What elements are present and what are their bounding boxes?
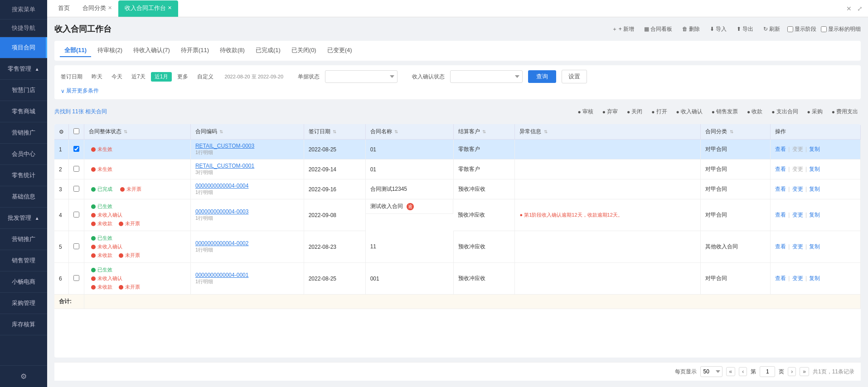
- page-number-input[interactable]: [760, 366, 775, 377]
- gear-icon[interactable]: ⚙: [59, 129, 64, 135]
- export-button[interactable]: ⬆ 导出: [734, 24, 756, 34]
- sidebar-item-wholesale[interactable]: 批发管理 ▲: [0, 208, 47, 229]
- contract-code-link[interactable]: 0000000000004-0002: [195, 240, 248, 247]
- sidebar-item-inventory[interactable]: 库存核算: [0, 314, 47, 335]
- filter-tab-pending-review[interactable]: 待审核(2): [93, 44, 127, 57]
- close-tab-income-contract[interactable]: ✕: [168, 5, 172, 11]
- delete-button[interactable]: 🗑 删除: [679, 24, 703, 34]
- col-category-header[interactable]: 合同分类 ⇅: [701, 124, 771, 140]
- contract-code-link[interactable]: RETAIL_CUSTOM-0003: [195, 143, 254, 149]
- first-page-btn[interactable]: «: [726, 367, 736, 376]
- sidebar-item-smart-store[interactable]: 智慧门店: [0, 80, 47, 101]
- sort-icon[interactable]: ⇅: [730, 129, 733, 134]
- sidebar-item-retail-mall[interactable]: 零售商城: [0, 101, 47, 122]
- output-contract-action-btn[interactable]: ● 支出合同: [769, 106, 800, 117]
- date-btn-today[interactable]: 今天: [108, 72, 126, 82]
- op-copy[interactable]: 复制: [809, 186, 820, 192]
- filter-tab-pending-payment[interactable]: 待收款(8): [215, 44, 249, 57]
- op-view[interactable]: 查看: [775, 212, 786, 218]
- row-checkbox[interactable]: [69, 140, 84, 160]
- op-view[interactable]: 查看: [775, 243, 786, 250]
- sidebar-quick-nav[interactable]: 快捷导航: [0, 19, 47, 37]
- refresh-button[interactable]: ↻ 刷新: [761, 24, 783, 34]
- row-checkbox[interactable]: [69, 179, 84, 199]
- sidebar-search[interactable]: 搜索菜单: [0, 0, 47, 19]
- income-confirm-select[interactable]: [450, 70, 523, 83]
- sidebar-item-purchase[interactable]: 采购管理: [0, 293, 47, 314]
- sidebar-item-base-info[interactable]: 基础信息: [0, 186, 47, 208]
- close-action-btn[interactable]: ● 关闭: [624, 106, 645, 117]
- income-confirm-action-btn[interactable]: ● 收入确认: [674, 106, 705, 117]
- date-btn-yesterday[interactable]: 昨天: [88, 72, 106, 82]
- col-code-header[interactable]: 合同编码 ⇅: [190, 124, 304, 140]
- expense-output-action-btn[interactable]: ● 费用支出: [829, 106, 861, 117]
- settings-button[interactable]: 设置: [562, 70, 587, 83]
- sidebar-item-project[interactable]: 项目合同: [0, 37, 47, 58]
- purchase-action-btn[interactable]: ● 采购: [805, 106, 825, 117]
- row-checkbox[interactable]: [69, 160, 84, 179]
- expand-more-btn[interactable]: ∨ 展开更多条件: [61, 87, 99, 95]
- close-tab-contract-cat[interactable]: ✕: [108, 5, 112, 11]
- prev-page-btn[interactable]: ‹: [739, 367, 747, 376]
- op-copy[interactable]: 复制: [809, 146, 820, 152]
- filter-tab-completed[interactable]: 已完成(1): [251, 44, 285, 57]
- row-checkbox[interactable]: [69, 263, 84, 295]
- print-action-btn[interactable]: ● 打开: [649, 106, 669, 117]
- sort-icon[interactable]: ⇅: [219, 129, 223, 134]
- filter-tab-changed[interactable]: 已变更(4): [323, 44, 357, 57]
- sort-icon[interactable]: ⇅: [333, 129, 336, 134]
- op-change[interactable]: 变更: [792, 212, 803, 218]
- op-copy[interactable]: 复制: [809, 166, 820, 172]
- abandon-action-btn[interactable]: ● 弃审: [600, 106, 621, 117]
- op-view[interactable]: 查看: [775, 186, 786, 192]
- op-change[interactable]: 变更: [792, 243, 803, 250]
- sort-icon[interactable]: ⇅: [482, 129, 486, 134]
- show-details-checkbox[interactable]: 显示标的明细: [821, 25, 861, 33]
- sidebar-item-sales-mgmt[interactable]: 销售管理: [0, 250, 47, 271]
- sort-icon[interactable]: ⇅: [124, 129, 127, 134]
- date-btn-1month[interactable]: 近1月: [151, 72, 172, 82]
- import-button[interactable]: ⬇ 导入: [707, 24, 729, 34]
- contract-code-link[interactable]: RETAIL_CUSTOM-0001: [195, 163, 254, 169]
- contract-board-button[interactable]: ▦ 合同看板: [641, 24, 675, 34]
- op-change[interactable]: 变更: [792, 186, 803, 192]
- col-date-header[interactable]: 签订日期 ⇅: [304, 124, 365, 140]
- col-name-header[interactable]: 合同名称 ⇅: [365, 124, 453, 140]
- next-page-btn[interactable]: ›: [788, 367, 796, 376]
- filter-tab-all[interactable]: 全部(11): [60, 44, 91, 57]
- tab-home[interactable]: 首页: [52, 0, 76, 17]
- sales-invoice-action-btn[interactable]: ● 销售发票: [709, 106, 741, 117]
- sidebar-item-marketing2[interactable]: 营销推广: [0, 229, 47, 250]
- date-btn-7days[interactable]: 近7天: [128, 72, 149, 82]
- tab-income-contract[interactable]: 收入合同工作台 ✕: [118, 0, 178, 17]
- op-change[interactable]: 变更: [792, 275, 803, 281]
- op-copy[interactable]: 复制: [809, 212, 820, 218]
- filter-tab-closed[interactable]: 已关闭(0): [287, 44, 321, 57]
- date-btn-more[interactable]: 更多: [174, 72, 192, 82]
- last-page-btn[interactable]: »: [800, 367, 809, 376]
- op-view[interactable]: 查看: [775, 275, 786, 281]
- review-action-btn[interactable]: ● 审核: [575, 106, 596, 117]
- show-stages-checkbox[interactable]: 显示阶段: [787, 25, 816, 33]
- filter-tab-pending-confirm[interactable]: 待收入确认(7): [129, 44, 175, 57]
- op-copy[interactable]: 复制: [809, 275, 820, 281]
- col-checkbox-header[interactable]: [69, 124, 84, 140]
- window-close-btn[interactable]: ✕: [845, 5, 853, 12]
- page-size-select[interactable]: 50 10 20 100: [700, 366, 723, 377]
- window-maximize-btn[interactable]: ⤢: [856, 5, 863, 12]
- row-checkbox[interactable]: [69, 231, 84, 263]
- sort-icon[interactable]: ⇅: [394, 129, 398, 134]
- sidebar-item-retail-stat[interactable]: 零售统计: [0, 165, 47, 186]
- op-view[interactable]: 查看: [775, 146, 786, 152]
- date-btn-custom[interactable]: 自定义: [194, 72, 217, 82]
- doc-status-select[interactable]: [325, 70, 398, 83]
- tab-contract-cat[interactable]: 合同分类 ✕: [76, 0, 118, 17]
- sidebar-item-xiaochangec[interactable]: 小畅电商: [0, 271, 47, 293]
- col-exception-header[interactable]: 异常信息 ⇅: [515, 124, 701, 140]
- sidebar-item-member[interactable]: 会员中心: [0, 144, 47, 165]
- row-checkbox[interactable]: [69, 199, 84, 231]
- sidebar-item-marketing[interactable]: 营销推广: [0, 122, 47, 144]
- op-view[interactable]: 查看: [775, 166, 786, 172]
- settings-icon[interactable]: ⚙: [0, 365, 47, 387]
- filter-tab-pending-invoice[interactable]: 待开票(11): [176, 44, 213, 57]
